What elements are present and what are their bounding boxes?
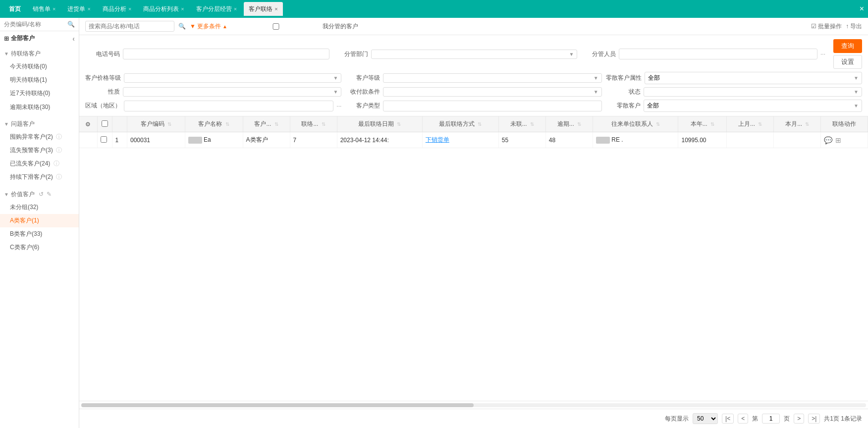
filter-icon: ▼ xyxy=(190,23,196,30)
batch-ops-button[interactable]: ☑ 批量操作 xyxy=(811,22,842,31)
filter-scattered-attr-select[interactable]: 全部 ▼ xyxy=(645,72,862,84)
th-last-method[interactable]: 最后联络方式 ⇅ xyxy=(422,116,498,132)
current-page-input[interactable] xyxy=(762,414,780,424)
filter-price-level-select[interactable]: ▼ xyxy=(124,73,341,83)
name-block xyxy=(188,137,202,144)
row-checkbox[interactable] xyxy=(101,136,107,143)
last-method-link[interactable]: 下销货单 xyxy=(426,136,449,143)
th-this-year[interactable]: 本年... ⇅ xyxy=(678,116,727,132)
filter-region-more[interactable]: ··· xyxy=(336,103,341,109)
sidebar-collapse-icon[interactable]: ‹ xyxy=(72,35,75,43)
chevron-up-icon: ▲ xyxy=(222,24,227,29)
filter-payment-select[interactable]: ▼ xyxy=(383,87,601,97)
filter-row-3: 性质 ▼ 收付款条件 ▼ 状态 xyxy=(85,87,862,97)
search-input[interactable] xyxy=(85,21,174,32)
sidebar-item-tomorrow-pending[interactable]: 明天待联络(1) xyxy=(0,73,79,87)
sidebar-search-input[interactable] xyxy=(4,21,65,28)
nav-tab-purchase[interactable]: 进货单 × xyxy=(62,2,95,16)
nav-tab-analysis-close[interactable]: × xyxy=(128,6,131,12)
sidebar-item-churned[interactable]: 已流失客户(24) ⓘ xyxy=(0,157,79,170)
filter-status-label: 状态 xyxy=(606,88,641,96)
sidebar-group-pending-title[interactable]: ▼ 待联络客户 xyxy=(0,48,79,60)
nav-tab-sales[interactable]: 销售单 × xyxy=(28,2,60,16)
sidebar-item-declining[interactable]: 持续下滑客户(2) ⓘ xyxy=(0,170,79,184)
td-index: 1 xyxy=(112,132,127,148)
filter-customer-type-input[interactable] xyxy=(383,101,601,111)
th-unit-contact[interactable]: 往来单位联系人 ⇅ xyxy=(593,116,678,132)
th-this-month[interactable]: 本月... ⇅ xyxy=(774,116,821,132)
first-page-btn[interactable]: |< xyxy=(722,414,734,424)
chat-action-btn[interactable]: 💬 xyxy=(824,136,832,144)
sidebar-search-icon[interactable]: 🔍 xyxy=(67,21,75,28)
th-name[interactable]: 客户名称 ⇅ xyxy=(185,116,243,132)
th-code[interactable]: 客户编码 ⇅ xyxy=(127,116,185,132)
nav-tab-sales-close[interactable]: × xyxy=(53,6,55,12)
th-last-month[interactable]: 上月... ⇅ xyxy=(727,116,774,132)
refresh-icon[interactable]: ↺ xyxy=(39,191,44,198)
sidebar-item-overdue-contact[interactable]: 逾期未联络(30) xyxy=(0,101,79,114)
filter-customer-level-select[interactable]: ▼ xyxy=(383,73,601,83)
prev-page-btn[interactable]: < xyxy=(738,414,748,424)
sidebar-item-hoarding[interactable]: 囤购异常客户(2) ⓘ xyxy=(0,130,79,144)
filter-status-select[interactable]: ▼ xyxy=(644,87,862,97)
my-customers-checkbox[interactable] xyxy=(231,23,321,30)
search-icon[interactable]: 🔍 xyxy=(178,23,186,30)
th-no-contact[interactable]: 未联... ⇅ xyxy=(498,116,545,132)
nav-tab-analysis[interactable]: 商品分析 × xyxy=(98,2,136,16)
export-label: 导出 xyxy=(850,22,862,31)
filter-phone-input[interactable] xyxy=(123,49,329,59)
filter-nature-select[interactable]: ▼ xyxy=(123,87,341,97)
window-close-button[interactable]: × xyxy=(860,4,864,13)
filter-scattered-attr-value: 全部 xyxy=(648,74,660,82)
sidebar-item-b-class[interactable]: B类客户(33) xyxy=(0,227,79,241)
filter-region-input[interactable] xyxy=(124,101,333,111)
sidebar-item-c-class[interactable]: C类客户(6) xyxy=(0,241,79,254)
unit-contact-block xyxy=(596,137,610,144)
th-last-date[interactable]: 最后联络日期 ⇅ xyxy=(337,116,422,132)
nav-tab-customer-tier-close[interactable]: × xyxy=(234,6,237,12)
nav-tab-customer-contact-close[interactable]: × xyxy=(274,6,277,12)
sidebar-group-problem-title[interactable]: ▼ 问题客户 xyxy=(0,118,79,130)
sidebar-item-7days-pending[interactable]: 近7天待联络(0) xyxy=(0,87,79,100)
nav-tab-analysis-list-close[interactable]: × xyxy=(181,6,184,12)
sidebar-item-churn-warning[interactable]: 流失预警客户(3) ⓘ xyxy=(0,144,79,157)
next-page-btn[interactable]: > xyxy=(794,414,804,424)
chevron-down-icon8: ▼ xyxy=(854,103,859,108)
edit-icon[interactable]: ✎ xyxy=(47,191,52,198)
query-button[interactable]: 查询 xyxy=(833,39,862,53)
page-size-select[interactable]: 50 100 200 xyxy=(693,413,718,424)
qr-action-btn[interactable]: ⊞ xyxy=(835,136,841,144)
th-contact[interactable]: 联络... ⇅ xyxy=(290,116,337,132)
sidebar-item-today-pending[interactable]: 今天待联络(0) xyxy=(0,60,79,73)
nav-tab-customer-tier[interactable]: 客户分层经营 × xyxy=(191,2,242,16)
nav-tab-analysis-list[interactable]: 商品分析列表 × xyxy=(138,2,189,16)
select-all-checkbox[interactable] xyxy=(102,120,108,127)
sidebar-item-unclassified[interactable]: 未分组(32) xyxy=(0,201,79,214)
filter-dept-select[interactable]: ▼ xyxy=(371,50,578,59)
th-check xyxy=(97,116,112,132)
export-button[interactable]: ↑ 导出 xyxy=(846,22,862,31)
th-settings[interactable]: ⚙ xyxy=(79,116,97,132)
last-page-btn[interactable]: >| xyxy=(808,414,820,424)
sidebar-item-a-class[interactable]: A类客户(1) xyxy=(0,214,79,227)
scroll-thumb[interactable] xyxy=(81,403,474,407)
my-customers-check[interactable]: 我分管的客户 xyxy=(231,22,358,31)
filter-scattered-select[interactable]: 全部 ▼ xyxy=(644,100,862,112)
sidebar-group-problem: ▼ 问题客户 囤购异常客户(2) ⓘ 流失预警客户(3) ⓘ 已流失客户(24)… xyxy=(0,116,79,186)
chevron-down-icon7: ▼ xyxy=(854,89,859,95)
filter-region-label: 区域（地区） xyxy=(85,102,121,110)
more-filters-btn[interactable]: ▼ 更多条件 ▲ xyxy=(190,22,227,31)
filter-manager-input[interactable] xyxy=(619,49,817,59)
filter-manager-more[interactable]: ··· xyxy=(820,51,825,57)
sidebar-all-customers[interactable]: ⊞ 全部客户 ‹ xyxy=(0,31,79,46)
sidebar-group-value-title[interactable]: ▼ 价值客户 ↺ ✎ xyxy=(0,188,79,201)
nav-home[interactable]: 首页 xyxy=(4,2,26,16)
th-level[interactable]: 客户... ⇅ xyxy=(243,116,290,132)
th-overdue[interactable]: 逾期... ⇅ xyxy=(545,116,593,132)
sidebar-group-pending: ▼ 待联络客户 今天待联络(0) 明天待联络(1) 近7天待联络(0) 逾期未联… xyxy=(0,46,79,116)
nav-tab-purchase-close[interactable]: × xyxy=(87,6,90,12)
table-row: 1 000031 Ea A类客户 7 2023-04-12 14:44: 下销货… xyxy=(79,132,868,148)
settings-button[interactable]: 设置 xyxy=(833,55,862,69)
nav-tab-analysis-label: 商品分析 xyxy=(103,5,126,13)
nav-tab-customer-contact[interactable]: 客户联络 × xyxy=(244,2,282,16)
